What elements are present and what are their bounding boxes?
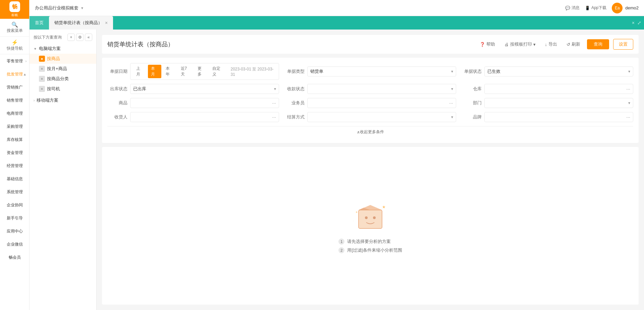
salesman-control[interactable]: ··· [307,98,456,108]
panel-item-by-month-goods[interactable]: ≡ 按月+商品 [30,64,96,74]
sidebar-item-purchase[interactable]: 采购管理 [0,120,29,133]
receiver-dots-icon[interactable]: ··· [272,114,276,120]
pay-status-dropdown-icon[interactable]: ▾ [451,87,453,91]
expand-icon: ▼ [34,47,37,51]
message-button[interactable]: 💬 消息 [565,5,580,11]
refresh-button[interactable]: ↺ 刷新 [564,40,583,49]
sidebar-item-newbie[interactable]: 新手引导 [0,211,29,224]
date-btn-last-month[interactable]: 上月 [133,65,147,78]
goods-control[interactable]: ··· [130,98,279,108]
by-month-icon: ≡ [39,66,45,72]
tab-bar-right: × ⤢ [632,20,644,25]
date-btn-this-month[interactable]: 本月 [148,65,161,78]
warehouse-dots-icon[interactable]: ··· [626,86,630,92]
settings-scheme-button[interactable]: ⚙ [76,34,84,41]
out-status-dropdown-icon[interactable]: ▾ [274,87,276,91]
chevron-up-icon: ∧ [357,130,360,135]
date-label: 单据日期 [107,68,127,74]
svg-rect-0 [359,210,382,228]
panel-section-mobile-header[interactable]: › 移动端方案 [30,95,96,105]
sidebar-search[interactable]: 🔍 搜索菜单 [0,19,29,37]
type-control[interactable]: 销货单 ▾ [307,66,456,76]
goods-dots-icon[interactable]: ··· [272,100,276,106]
panel-section-pc-header[interactable]: ▼ 电脑端方案 [30,44,96,54]
panel-item-by-goods[interactable]: ● 按商品 [30,54,96,64]
sidebar-item-marketing[interactable]: 营销推广 [0,81,29,94]
tab-close-icon[interactable]: × [105,20,108,25]
date-btn-this-year[interactable]: 本年 [163,65,176,78]
filter-goods: 商品 ··· [107,98,279,108]
panel-item-by-cashier[interactable]: ≡ 按司机 [30,84,96,94]
settings-button[interactable]: 设置 [613,39,633,50]
page-title: 销货单统计表（按商品） [107,40,174,48]
sidebar-item-inventory[interactable]: 库存核算 [0,133,29,146]
warehouse-control[interactable]: ··· [484,84,633,94]
header-right: 💬 消息 📱 App下载 Ea demo2 [565,3,639,13]
panel-item-by-goods-cat[interactable]: ≡ 按商品分类 [30,74,96,84]
date-btn-7days[interactable]: 近7天 [178,65,193,78]
query-button[interactable]: 查询 [587,39,609,49]
svg-text:✦: ✦ [355,210,358,214]
app-download-button[interactable]: 📱 App下载 [585,5,606,11]
sidebar-item-retail[interactable]: 零售管理 › [0,54,29,67]
collapse-panel-button[interactable]: « [85,34,92,41]
main-area: 办公用品行业模拟账套 ▾ 💬 消息 📱 App下载 Ea demo2 首页 [30,0,644,310]
window-maximize-icon[interactable]: ⤢ [637,20,641,25]
date-btn-more[interactable]: 更多 [195,65,208,78]
sidebar-item-vip[interactable]: 畅会员 [0,251,29,264]
page-title-bar: 销货单统计表（按商品） ❓ 帮助 🖨 按模板打印 ▾ ↓ 导出 [102,35,639,54]
collapse-more-button[interactable]: ∧ 收起更多条件 [107,126,633,138]
status-dropdown-icon[interactable]: ▾ [628,69,630,74]
date-btn-custom[interactable]: 自定义 [209,65,226,78]
help-button[interactable]: ❓ 帮助 [477,40,498,49]
type-dropdown-icon[interactable]: ▾ [451,69,453,74]
brand-control[interactable]: ··· [484,112,633,122]
filter-brand: 品牌 ··· [462,112,633,122]
salesman-dots-icon[interactable]: ··· [449,100,453,106]
export-button[interactable]: ↓ 导出 [542,40,560,49]
chevron-up-icon: ▲ [23,72,26,76]
dept-dropdown-icon[interactable]: ▾ [628,101,630,105]
tab-home[interactable]: 首页 [30,16,49,30]
content-area: 按以下方案查询 + ⚙ « ▼ 电脑端方案 ● 按商品 ≡ [30,30,644,310]
filter-row-2: 出库状态 已出库 ▾ 收款状态 ▾ [107,84,633,94]
sidebar-item-sales[interactable]: 销售管理 [0,94,29,107]
out-status-control[interactable]: 已出库 ▾ [130,84,279,94]
sidebar-item-wecom[interactable]: 企业微信 [0,238,29,251]
filter-section: 单据日期 上月 本月 本年 近7天 更多 自定义 2023-03-01 至 20… [102,58,639,143]
type-value: 销货单 [310,68,451,74]
settle-control[interactable]: ▾ [307,112,456,122]
print-button[interactable]: 🖨 按模板打印 ▾ [502,40,538,49]
brand-dots-icon[interactable]: ··· [626,114,630,120]
panel-section-mobile: › 移动端方案 [30,95,96,105]
sidebar-item-appcenter[interactable]: 应用中心 [0,224,29,238]
pay-status-control[interactable]: ▾ [307,84,456,94]
sidebar-item-ops[interactable]: 经营管理 [0,159,29,172]
date-control[interactable]: 上月 本月 本年 近7天 更多 自定义 2023-03-01 至 2023-03… [130,63,279,80]
chevron-right-icon: › [25,59,26,63]
status-control[interactable]: 已生效 ▾ [484,66,633,76]
sidebar-item-basic[interactable]: 基础信息 [0,172,29,185]
app-logo: 畅 标账 [0,0,29,19]
svg-point-2 [365,216,368,219]
receiver-control[interactable]: ··· [130,112,279,122]
sidebar-item-ecom[interactable]: 电商管理 [0,107,29,120]
breadcrumb: 办公用品行业模拟账套 [35,5,78,11]
sidebar-quick-nav[interactable]: ⚡ 快捷导航 [0,37,29,54]
expand-icon: › [34,99,35,102]
logo-icon: 畅 [9,1,20,12]
sidebar-item-system[interactable]: 系统管理 [0,185,29,198]
sidebar: 畅 标账 🔍 搜索菜单 ⚡ 快捷导航 零售管理 › 批发管理 ▲ 营销推广 销售… [0,0,30,310]
type-label: 单据类型 [284,68,305,74]
dept-control[interactable]: ▾ [484,98,633,108]
sidebar-item-finance[interactable]: 资金管理 [0,146,29,159]
window-close-icon[interactable]: × [632,20,635,25]
settle-dropdown-icon[interactable]: ▾ [451,115,453,119]
status-value: 已生效 [487,68,628,74]
add-scheme-button[interactable]: + [67,34,75,41]
sidebar-item-wholesale[interactable]: 批发管理 ▲ [0,67,29,81]
empty-illustration: ★ ✦ · [350,198,390,232]
breadcrumb-dropdown[interactable]: ▾ [81,6,83,10]
sidebar-item-corp[interactable]: 企业协同 [0,198,29,211]
tab-report[interactable]: 销货单统计表（按商品） × [49,16,113,30]
